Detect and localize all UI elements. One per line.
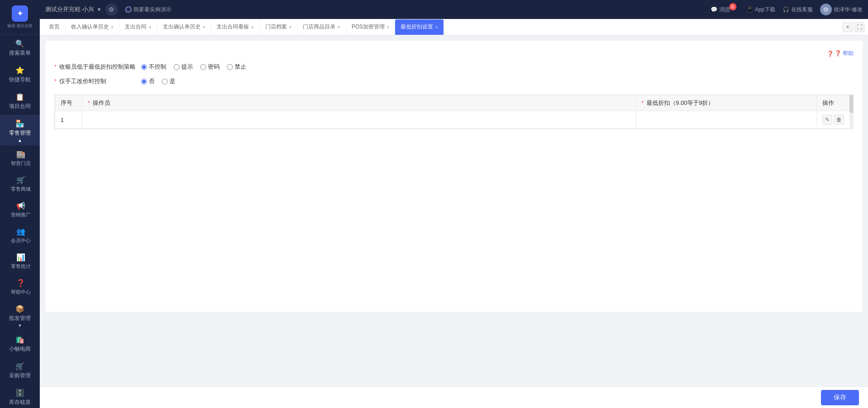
user-menu-btn[interactable]: 徐 徐泽华-修改	[820, 4, 863, 15]
tab-payment-contract-board[interactable]: 支出合同看板 ×	[211, 19, 259, 35]
policy-no-control-radio[interactable]	[141, 64, 147, 70]
sidebar-item-purchase[interactable]: 🛒 采购管理	[0, 357, 40, 384]
tab-payment-contract-close[interactable]: ×	[148, 24, 151, 30]
sidebar-item-retail-mall[interactable]: 🛒 零售商城	[0, 171, 40, 197]
project-contract-icon: 📋	[15, 93, 24, 101]
manual-yes-radio[interactable]	[162, 79, 168, 84]
policy-forbidden-radio[interactable]	[227, 64, 233, 70]
sidebar-item-search-menu[interactable]: 🔍 搜索菜单	[0, 35, 40, 61]
save-button[interactable]: 保存	[821, 390, 859, 405]
tab-close-all-btn[interactable]: ×	[843, 22, 853, 32]
tab-payment-contract-label: 支出合同	[125, 23, 146, 31]
sidebar-item-ecommerce[interactable]: 🛍️ 小畅电商	[0, 331, 40, 357]
manual-no-radio[interactable]	[141, 79, 147, 84]
manual-label: * 仅手工改价时控制	[54, 77, 136, 85]
policy-no-control[interactable]: 不控制	[141, 63, 166, 71]
sidebar-item-retail-stats[interactable]: 📊 零售统计	[0, 249, 40, 274]
sidebar-item-inventory[interactable]: 🗄️ 库存核算	[0, 384, 40, 408]
tab-min-discount[interactable]: 最低折扣设置 ×	[395, 19, 443, 35]
help-center-icon: ❓	[16, 279, 25, 287]
sidebar-item-marketing[interactable]: 📢 营销推广	[0, 197, 40, 223]
sidebar-item-label-quick: 快捷导航	[9, 76, 31, 84]
notifications-label: 消息	[719, 6, 730, 14]
policy-password[interactable]: 密码	[200, 63, 220, 71]
help-btn[interactable]: ❓ ❓ 帮助	[827, 50, 854, 57]
manual-required-mark: *	[54, 78, 57, 84]
tab-income-history[interactable]: 收入确认单历史 ×	[66, 19, 119, 35]
policy-forbidden[interactable]: 禁止	[227, 63, 246, 71]
tab-home-label: 首页	[49, 23, 60, 31]
th-discount-required: *	[642, 99, 644, 106]
manual-no[interactable]: 否	[141, 77, 155, 85]
policy-prompt[interactable]: 提示	[174, 63, 193, 71]
sidebar-item-help-center[interactable]: ❓ 帮助中心	[0, 274, 40, 300]
sidebar-item-member-center[interactable]: 👥 会员中心	[0, 223, 40, 249]
tab-income-history-close[interactable]: ×	[111, 24, 113, 30]
tab-payment-confirm-close[interactable]: ×	[203, 24, 205, 30]
sidebar-item-label-retail: 零售管理	[9, 129, 31, 137]
sidebar-item-label-purchase: 采购管理	[9, 372, 31, 380]
td-operator[interactable]	[82, 111, 636, 129]
tab-payment-board-close[interactable]: ×	[251, 24, 254, 30]
sidebar: ✦ 畅捷·通好业财 🔍 搜索菜单 ⭐ 快捷导航 📋 项目合同 🏪 零售管理 ▲ …	[0, 0, 40, 408]
policy-forbidden-label: 禁止	[235, 63, 246, 71]
manual-no-label: 否	[149, 77, 155, 85]
manual-yes[interactable]: 是	[162, 77, 175, 85]
sidebar-item-retail-mgmt[interactable]: 🏪 零售管理 ▲	[0, 115, 40, 145]
tab-store-goods[interactable]: 门店商品目录 ×	[297, 19, 346, 35]
demo-link[interactable]: ○ 我要看实例演示	[125, 6, 171, 14]
tab-store-goods-close[interactable]: ×	[337, 24, 340, 30]
tab-store-file[interactable]: 门店档案 ×	[260, 19, 297, 35]
sidebar-item-label-member: 会员中心	[11, 237, 31, 244]
sidebar-item-label-stats: 零售统计	[11, 263, 31, 270]
row-delete-btn[interactable]: 🗑	[834, 115, 844, 125]
table-row: 1 ✎	[55, 111, 853, 129]
sidebar-item-smart-store[interactable]: 🏬 智营门店	[0, 145, 40, 171]
sidebar-item-wholesale-mgmt[interactable]: 📦 批发管理 ▼	[0, 300, 40, 331]
main-area: 测试分开完程·小兴 ▼ ⚙ ○ 我要看实例演示 💬 消息 8 📱 App下载 🎧…	[40, 0, 868, 408]
row-edit-btn[interactable]: ✎	[822, 115, 832, 125]
sidebar-item-project-contract[interactable]: 📋 项目合同	[0, 88, 40, 115]
sidebar-item-quick-nav[interactable]: ⭐ 快捷导航	[0, 61, 40, 88]
wholesale-icon: 📦	[15, 305, 24, 313]
table-scrollbar-thumb[interactable]	[849, 95, 853, 113]
online-support-btn[interactable]: 🎧 在线客服	[783, 6, 813, 14]
manual-label-text: 仅手工改价时控制	[59, 78, 106, 84]
tab-store-file-close[interactable]: ×	[289, 24, 292, 30]
policy-password-radio[interactable]	[200, 64, 206, 70]
tab-payment-contract[interactable]: 支出合同 ×	[119, 19, 157, 35]
tab-payment-confirm-history[interactable]: 支出确认单历史 ×	[157, 19, 211, 35]
table-container: 序号 * 操作员 * 最低折扣（9.00等于9折） 操作	[54, 94, 854, 129]
sidebar-item-label-search: 搜索菜单	[9, 49, 31, 57]
member-center-icon: 👥	[16, 227, 25, 236]
row-seq-value: 1	[61, 117, 64, 123]
notifications-btn[interactable]: 💬 消息 8	[711, 6, 739, 14]
th-operator: * 操作员	[82, 95, 636, 111]
header-settings-btn[interactable]: ⚙	[105, 3, 118, 16]
sidebar-item-label-smart: 智营门店	[11, 160, 31, 167]
demo-label: 我要看实例演示	[133, 6, 171, 14]
tab-pos-password[interactable]: POS加密管理 ×	[346, 19, 396, 35]
tab-fullscreen-btn[interactable]: ⛶	[854, 22, 864, 32]
form-row-policy: * 收银员低于最低折扣控制策略 不控制 提示	[54, 63, 854, 71]
tab-payment-contract-board-label: 支出合同看板	[217, 23, 249, 31]
policy-prompt-radio[interactable]	[174, 64, 179, 70]
retail-mall-icon: 🛒	[16, 176, 25, 184]
marketing-icon: 📢	[16, 202, 25, 210]
td-discount[interactable]	[636, 111, 817, 129]
sidebar-item-label-mall: 零售商城	[11, 186, 31, 192]
top-header: 测试分开完程·小兴 ▼ ⚙ ○ 我要看实例演示 💬 消息 8 📱 App下载 🎧…	[40, 0, 868, 19]
app-download-btn[interactable]: 📱 App下载	[746, 6, 775, 14]
tab-min-discount-close[interactable]: ×	[435, 24, 438, 30]
retail-mgmt-icon: 🏪	[15, 119, 24, 128]
tab-bar-controls: × ⛶	[843, 22, 864, 32]
tab-pos-password-close[interactable]: ×	[387, 24, 389, 30]
online-support-icon: 🎧	[783, 6, 789, 13]
policy-label-text: 收银员低于最低折扣控制策略	[59, 63, 136, 70]
sidebar-logo: ✦ 畅捷·通好业财	[0, 0, 40, 35]
form-section: ❓ ❓ 帮助 * 收银员低于最低折扣控制策略 不控制	[54, 50, 854, 85]
project-selector[interactable]: 测试分开完程·小兴 ▼	[45, 5, 102, 14]
row-action-btns: ✎ 🗑	[822, 115, 847, 125]
tab-home[interactable]: 首页	[43, 19, 66, 35]
policy-label: * 收银员低于最低折扣控制策略	[54, 63, 136, 71]
